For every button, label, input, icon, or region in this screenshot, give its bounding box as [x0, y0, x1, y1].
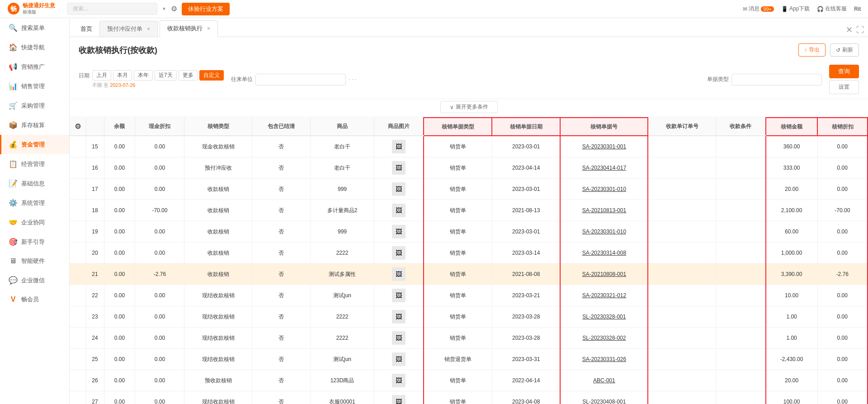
th-writeoff-discount: 核销折扣 — [817, 118, 868, 136]
date-this-month[interactable]: 本月 — [113, 70, 132, 81]
td-include-settled: 否 — [252, 391, 310, 404]
td-writeoff-bill-no[interactable]: SA-20230321-012 — [560, 285, 648, 306]
sidebar-item-nav[interactable]: 🏠 快捷导航 — [0, 38, 69, 57]
td-writeoff-bill-type: 销货单 — [424, 221, 492, 242]
sidebar-item-label: 库存核算 — [21, 121, 45, 129]
sidebar-item-search[interactable]: 🔍 搜索菜单 — [0, 18, 69, 38]
td-writeoff-bill-no[interactable]: SA-20230314-008 — [560, 242, 648, 264]
date-7days[interactable]: 近7天 — [155, 70, 177, 81]
td-include-settled: 否 — [252, 264, 310, 285]
td-writeoff-bill-date: 2023-03-31 — [492, 349, 560, 370]
settings-btn[interactable]: 设置 — [829, 80, 859, 94]
td-writeoff-type: 收款核销 — [184, 200, 252, 221]
tab-writeoff[interactable]: 收款核销执行 × — [160, 20, 218, 37]
marketing-icon: 📢 — [9, 62, 18, 71]
td-writeoff-bill-no[interactable]: SA-20210813-001 — [560, 200, 648, 221]
headset-icon: 🎧 — [817, 6, 824, 12]
sidebar-item-wechat[interactable]: 💬 企业微信 — [0, 271, 69, 290]
td-writeoff-discount: 0.00 — [817, 136, 868, 157]
td-include-settled: 否 — [252, 157, 310, 179]
td-settings — [70, 264, 86, 285]
table-row: 27 0.00 0.00 现结收款核销 否 衣服00001 🖼 销货单 2023… — [70, 391, 868, 404]
close-window-icon[interactable]: ✕ — [846, 25, 853, 35]
sidebar-item-marketing[interactable]: 📢 营销推广 — [0, 57, 69, 76]
td-writeoff-bill-no[interactable]: SA-20230414-017 — [560, 157, 648, 179]
search-bar[interactable]: 搜索... — [67, 3, 157, 15]
td-receipt-order-no — [648, 306, 716, 328]
date-this-year[interactable]: 本年 — [134, 70, 153, 81]
td-writeoff-bill-no[interactable]: SA-20210808-001 — [560, 264, 648, 285]
bill-type-select[interactable] — [731, 74, 822, 86]
td-include-settled: 否 — [252, 370, 310, 391]
sidebar-item-label: 快捷导航 — [21, 43, 45, 52]
messages-btn[interactable]: ✉ 消息 99+ — [743, 5, 774, 13]
td-writeoff-bill-no[interactable]: SA-20230301-010 — [560, 179, 648, 200]
td-writeoff-amount: 1,000.00 — [766, 242, 818, 264]
sidebar-item-inventory[interactable]: 📦 库存核算 — [0, 115, 69, 135]
table-container[interactable]: ⚙ 余额 现金折扣 核销类型 包含已结清 商品 商品图片 核销单据类型 核销单据… — [70, 117, 868, 404]
td-writeoff-bill-type: 销货单 — [424, 306, 492, 328]
sidebar-item-sales[interactable]: 📊 销售管理 — [0, 76, 69, 96]
sidebar-item-purchase[interactable]: 🛒 采购管理 — [0, 96, 69, 115]
td-writeoff-bill-date: 2023-03-28 — [492, 306, 560, 328]
settings-icon[interactable]: ⚙ — [75, 123, 81, 130]
td-writeoff-bill-no[interactable]: SL-20230408-001 — [560, 391, 648, 404]
tab-home[interactable]: 首页 — [73, 21, 99, 37]
page-title: 收款核销执行(按收款) — [79, 45, 157, 56]
td-writeoff-bill-no[interactable]: SA-20230331-026 — [560, 349, 648, 370]
sidebar-item-finance[interactable]: 💰 资金管理 — [0, 135, 69, 154]
td-include-settled: 否 — [252, 242, 310, 264]
sidebar-item-member[interactable]: V 畅会员 — [0, 290, 69, 309]
sidebar-item-operations[interactable]: 📋 经营管理 — [0, 154, 69, 174]
online-service-btn[interactable]: 🎧 在线客服 — [817, 5, 847, 13]
td-writeoff-bill-no[interactable]: SA-20230301-001 — [560, 136, 648, 157]
tab-prepay[interactable]: 预付冲应付单 × — [99, 21, 158, 37]
export-btn[interactable]: ↑ 导出 — [798, 43, 826, 57]
industry-btn[interactable]: 休验行业方案 — [182, 3, 230, 15]
date-more[interactable]: 更多 — [179, 70, 198, 81]
td-writeoff-bill-type: 销货退货单 — [424, 349, 492, 370]
sidebar-item-basics[interactable]: 📝 基础信息 — [0, 174, 69, 193]
td-cash-discount: 0.00 — [135, 328, 184, 349]
dropdown-arrow-icon[interactable]: ▼ — [162, 6, 166, 11]
sidebar-item-system[interactable]: ⚙️ 系统管理 — [0, 193, 69, 213]
td-product-img: 🖼 — [374, 285, 424, 306]
td-writeoff-discount: 0.00 — [817, 221, 868, 242]
td-writeoff-amount: 100.00 — [766, 391, 818, 404]
td-writeoff-bill-no[interactable]: ABC-001 — [560, 370, 648, 391]
close-tab1-icon[interactable]: × — [147, 26, 150, 32]
td-writeoff-bill-date: 2023-03-21 — [492, 285, 560, 306]
td-writeoff-type: 收款核销 — [184, 179, 252, 200]
query-btn[interactable]: 查询 — [829, 65, 859, 78]
expand-window-icon[interactable]: ⛶ — [856, 25, 864, 35]
date-hint-value: 2023-07-26 — [110, 82, 135, 88]
td-writeoff-bill-no[interactable]: SA-20230301-010 — [560, 221, 648, 242]
logo: 畅 畅捷通好生意 标准版 — [7, 2, 61, 15]
table-row: 21 0.00 -2.76 收款核销 否 测试多属性 🖼 销货单 2021-08… — [70, 264, 868, 285]
date-custom[interactable]: 自定义 — [199, 70, 224, 81]
th-writeoff-bill-date: 核销单据日期 — [492, 118, 560, 136]
refresh-btn[interactable]: ↺ 刷新 — [830, 43, 859, 57]
table-row: 19 0.00 0.00 收款核销 否 999 🖼 销货单 2023-03-01… — [70, 221, 868, 242]
gear-icon[interactable]: ⚙ — [171, 5, 177, 13]
th-settings: ⚙ — [70, 118, 86, 136]
sidebar-item-hardware[interactable]: 🖥 智能硬件 — [0, 252, 69, 271]
td-writeoff-bill-no[interactable]: SL-20230328-001 — [560, 306, 648, 328]
date-last-month[interactable]: 上月 — [92, 70, 111, 81]
app-download-btn[interactable]: 📱 App下载 — [781, 5, 810, 13]
close-tab2-icon[interactable]: × — [207, 25, 210, 32]
td-receipt-condition — [716, 349, 766, 370]
partner-input[interactable] — [255, 74, 346, 86]
td-writeoff-bill-type: 销货单 — [424, 242, 492, 264]
phone-icon: 📱 — [781, 6, 788, 12]
table-row: 24 0.00 0.00 现结收款核销 否 2222 🖼 销货单 2023-03… — [70, 328, 868, 349]
td-writeoff-bill-no[interactable]: SL-20230328-002 — [560, 328, 648, 349]
sidebar-item-collab[interactable]: 🤝 企业协同 — [0, 213, 69, 232]
online-service-label: 在线客服 — [825, 5, 847, 13]
td-balance: 0.00 — [104, 242, 135, 264]
expand-more-btn[interactable]: ∨ 展开更多条件 — [440, 101, 498, 113]
sidebar-item-label: 新手引导 — [21, 238, 45, 246]
inventory-icon: 📦 — [9, 121, 18, 129]
sidebar-item-guide[interactable]: 🎯 新手引导 — [0, 232, 69, 252]
user-name[interactable]: Rit — [854, 6, 861, 12]
